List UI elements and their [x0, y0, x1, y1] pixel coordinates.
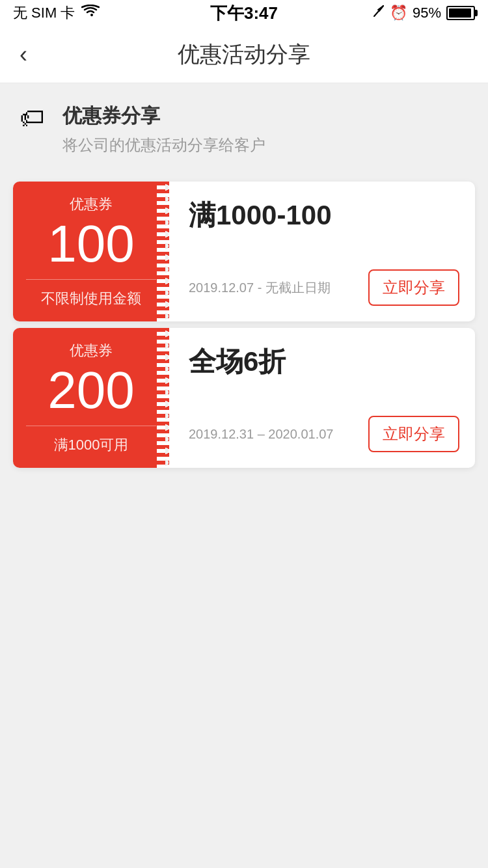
- nav-bar: ‹ 优惠活动分享: [0, 26, 488, 83]
- status-bar: 无 SIM 卡 下午3:47 ⏰ 95%: [0, 0, 488, 26]
- section-description: 将公司的优惠活动分享给客户: [62, 135, 265, 156]
- battery-percent: 95%: [413, 5, 441, 21]
- coupon-separator-2: [165, 328, 173, 468]
- battery-icon: [446, 6, 475, 20]
- status-left: 无 SIM 卡: [13, 3, 100, 23]
- background-area: [0, 481, 488, 806]
- coupon-right-2: 全场6折 2019.12.31 – 2020.01.07 立即分享: [169, 328, 475, 468]
- coupon-date-2: 2019.12.31 – 2020.01.07: [189, 427, 368, 442]
- section-title: 优惠券分享: [62, 103, 265, 129]
- status-time: 下午3:47: [210, 2, 278, 25]
- section-icon: 🏷: [20, 104, 52, 137]
- status-right: ⏰ 95%: [373, 5, 475, 21]
- coupon-list: 优惠券 100 不限制使用金额 满1000-100 2019.12.07 - 无…: [0, 169, 488, 481]
- coupon-label-2: 优惠券: [70, 341, 113, 360]
- coupon-card-2: 优惠券 200 满1000可用 全场6折 2019.12.31 – 2020.0…: [13, 328, 475, 468]
- section-text: 优惠券分享 将公司的优惠活动分享给客户: [62, 103, 265, 156]
- back-button[interactable]: ‹: [20, 41, 27, 68]
- coupon-divider-1: [26, 279, 156, 280]
- section-header: 🏷 优惠券分享 将公司的优惠活动分享给客户: [0, 83, 488, 169]
- share-button-1[interactable]: 立即分享: [368, 269, 459, 306]
- carrier-text: 无 SIM 卡: [13, 3, 75, 23]
- coupon-amount-2: 200: [47, 364, 134, 416]
- coupon-name-2: 全场6折: [189, 344, 459, 380]
- coupon-divider-2: [26, 426, 156, 426]
- coupon-date-1: 2019.12.07 - 无截止日期: [189, 279, 368, 297]
- page-title: 优惠活动分享: [178, 40, 310, 70]
- coupon-right-1: 满1000-100 2019.12.07 - 无截止日期 立即分享: [169, 182, 475, 321]
- coupon-separator-1: [165, 182, 173, 321]
- coupon-condition-2: 满1000可用: [54, 435, 129, 455]
- alarm-icon: ⏰: [390, 5, 407, 21]
- coupon-bottom-2: 2019.12.31 – 2020.01.07 立即分享: [189, 416, 459, 452]
- coupon-condition-1: 不限制使用金额: [41, 289, 141, 308]
- coupon-left-2: 优惠券 200 满1000可用: [13, 328, 169, 468]
- location-icon: [373, 5, 385, 21]
- wifi-icon: [81, 5, 100, 21]
- coupon-amount-1: 100: [47, 218, 134, 270]
- coupon-name-1: 满1000-100: [189, 197, 459, 234]
- coupon-label-1: 优惠券: [70, 195, 113, 214]
- coupon-card-1: 优惠券 100 不限制使用金额 满1000-100 2019.12.07 - 无…: [13, 182, 475, 321]
- coupon-left-1: 优惠券 100 不限制使用金额: [13, 182, 169, 321]
- share-button-2[interactable]: 立即分享: [368, 416, 459, 452]
- coupon-bottom-1: 2019.12.07 - 无截止日期 立即分享: [189, 269, 459, 306]
